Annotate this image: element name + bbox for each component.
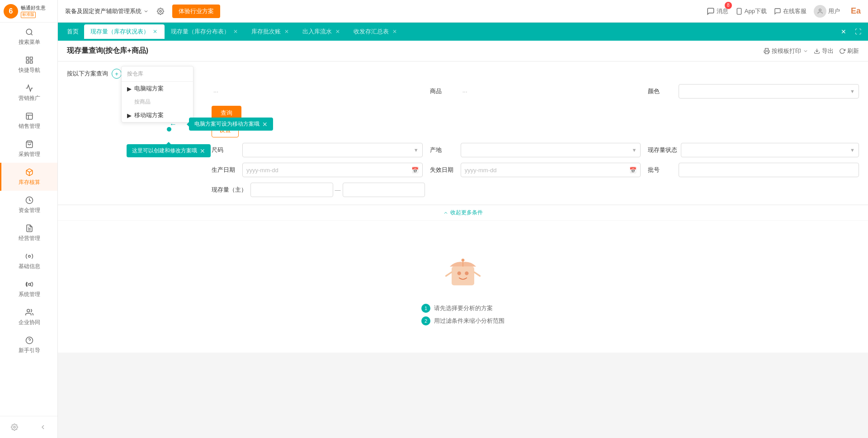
- tab-receipt-summary[interactable]: 收发存汇总表 ✕: [347, 24, 404, 39]
- user-label: 用户: [828, 7, 840, 15]
- tooltip-pc-text: 电脑方案可设为移动方案哦: [194, 120, 259, 128]
- stock-qty-max[interactable]: [343, 183, 425, 197]
- sidebar: 6 畅通好生意 标准版 搜索菜单 快捷导航: [0, 0, 58, 438]
- tab-close-inout[interactable]: ✕: [335, 28, 341, 35]
- tab-close-all-btn[interactable]: ✕: [837, 25, 850, 38]
- page-title: 现存量查询(按仓库+商品): [67, 46, 148, 56]
- marketing-icon: [24, 83, 34, 93]
- batch-input[interactable]: [679, 163, 859, 177]
- empty-step-1: 1 请先选择要分析的方案: [421, 304, 505, 313]
- tab-fullscreen-btn[interactable]: ⛶: [852, 25, 864, 38]
- tab-close-distribution[interactable]: ✕: [232, 28, 239, 35]
- color-select[interactable]: ▼: [679, 84, 859, 99]
- scheme-panel-header: 按仓库: [122, 66, 193, 82]
- app-badge: 标准版: [21, 12, 36, 18]
- sidebar-item-marketing[interactable]: 营销推广: [0, 79, 57, 107]
- collapse-bar[interactable]: 收起更多条件: [58, 205, 868, 220]
- sidebar-label-system: 系统管理: [19, 291, 40, 298]
- print-btn[interactable]: 按模板打印: [764, 47, 808, 55]
- empty-state: 1 请先选择要分析的方案 2 用过滤条件来缩小分析范围: [58, 221, 868, 353]
- settings-footer-btn[interactable]: [8, 421, 21, 433]
- svg-point-8: [28, 283, 31, 286]
- sidebar-label-inventory: 库存核算: [19, 179, 40, 186]
- tab-inventory-distribution[interactable]: 现存量（库存分布表） ✕: [165, 24, 245, 39]
- filter-row-1: ··· 商品 ··· 颜色 ▼ 查询: [212, 84, 859, 137]
- user-btn[interactable]: 用户: [814, 5, 840, 18]
- export-btn[interactable]: 导出: [814, 47, 834, 55]
- sidebar-item-inventory[interactable]: 库存核算: [0, 163, 57, 191]
- tab-batch-ledger[interactable]: 库存批次账 ✕: [245, 24, 296, 39]
- tab-inventory-status[interactable]: 现存量（库存状况表） ✕: [84, 24, 165, 39]
- collab-icon: [24, 307, 34, 317]
- tooltip-create: 这里可以创建和修改方案哦 ✕: [127, 144, 211, 157]
- sidebar-item-manage[interactable]: 经营管理: [0, 219, 57, 247]
- logo-text: 畅通好生意 标准版: [21, 5, 46, 18]
- filter-field-expire-date: 失效日期 yyyy-mm-dd 📅: [430, 163, 641, 177]
- svg-point-0: [26, 29, 32, 34]
- experience-btn[interactable]: 体验行业方案: [172, 5, 220, 18]
- tab-inout-flow[interactable]: 出入库流水 ✕: [296, 24, 347, 39]
- page-actions: 按模板打印 导出 刷新: [764, 47, 859, 55]
- sidebar-item-purchase[interactable]: 采购管理: [0, 135, 57, 163]
- svg-line-1: [31, 33, 32, 35]
- tooltip-pc-close[interactable]: ✕: [262, 121, 268, 128]
- online-service-btn[interactable]: 在线客服: [774, 7, 807, 15]
- online-service-label: 在线客服: [783, 7, 807, 15]
- filter-field-goods: 商品 ···: [430, 87, 641, 95]
- tooltip-create-close[interactable]: ✕: [200, 147, 205, 155]
- base-icon: [24, 251, 34, 261]
- sidebar-label-quicknav: 快捷导航: [19, 66, 40, 74]
- tab-bar: 首页 现存量（库存状况表） ✕ 现存量（库存分布表） ✕ 库存批次账 ✕ 出入库…: [58, 23, 868, 41]
- scheme-panel: 按仓库 ▶ 电脑端方案 按商品 ▶ 移动端方案: [121, 66, 193, 122]
- filter-field-color: 颜色 ▼: [648, 84, 859, 99]
- system-selector[interactable]: 装备及固定资产辅助管理系统: [65, 7, 149, 15]
- filter-label: 按以下方案查询: [67, 70, 108, 78]
- produce-date-input[interactable]: yyyy-mm-dd 📅: [242, 163, 423, 177]
- filter-row-3: 生产日期 yyyy-mm-dd 📅 失效日期 yyyy-mm-dd 📅: [212, 163, 859, 177]
- add-scheme-btn[interactable]: +: [112, 69, 122, 79]
- empty-steps: 1 请先选择要分析的方案 2 用过滤条件来缩小分析范围: [421, 304, 505, 325]
- stock-status-select[interactable]: ▼: [681, 143, 859, 157]
- refresh-btn[interactable]: 刷新: [839, 47, 859, 55]
- size-select[interactable]: ▼: [242, 143, 423, 157]
- filter-dots-1[interactable]: ···: [212, 88, 220, 95]
- search-icon: [24, 27, 34, 37]
- tab-close-batch[interactable]: ✕: [283, 28, 290, 35]
- tab-home[interactable]: 首页: [61, 28, 84, 36]
- logo-area: 6 畅通好生意 标准版: [0, 0, 57, 23]
- stock-qty-min[interactable]: [250, 183, 333, 197]
- header-settings-btn[interactable]: [153, 4, 168, 19]
- tab-close-inventory-status[interactable]: ✕: [152, 28, 158, 35]
- expire-date-icon: 📅: [629, 167, 637, 174]
- app-download-btn[interactable]: App下载: [736, 7, 767, 15]
- messages-btn[interactable]: 8 消息: [707, 7, 728, 15]
- header-left: 装备及固定资产辅助管理系统 体验行业方案: [65, 4, 220, 19]
- sidebar-item-search[interactable]: 搜索菜单: [0, 23, 57, 51]
- sidebar-item-collab[interactable]: 企业协同: [0, 303, 57, 331]
- svg-point-21: [465, 272, 468, 275]
- scheme-subitem-type[interactable]: 按商品: [122, 95, 193, 108]
- sidebar-item-guide[interactable]: 新手引导: [0, 331, 57, 359]
- scheme-item-mobile[interactable]: ▶ 移动端方案: [122, 108, 193, 122]
- system-icon: [24, 279, 34, 289]
- sidebar-item-quicknav[interactable]: 快捷导航: [0, 51, 57, 79]
- sidebar-item-system[interactable]: 系统管理: [0, 275, 57, 303]
- sidebar-item-sales[interactable]: 销售管理: [0, 107, 57, 135]
- filter-field-stock-status: 现存量状态 ▼: [648, 143, 859, 157]
- expire-date-input[interactable]: yyyy-mm-dd 📅: [461, 163, 641, 177]
- message-badge: 8: [725, 2, 732, 9]
- collapse-sidebar-btn[interactable]: [37, 421, 49, 433]
- filter-field-warehouse: ···: [212, 88, 423, 95]
- sidebar-item-base[interactable]: 基础信息: [0, 247, 57, 275]
- svg-rect-2: [26, 113, 33, 119]
- top-header: 装备及固定资产辅助管理系统 体验行业方案 8 消息: [58, 0, 868, 23]
- filter-dots-goods[interactable]: ···: [461, 88, 469, 95]
- origin-select[interactable]: ▼: [461, 143, 641, 157]
- guide-icon: [24, 335, 34, 345]
- dot-indicator: [167, 127, 171, 132]
- scheme-item-pc[interactable]: ▶ 电脑端方案: [122, 82, 193, 95]
- tab-close-receipt[interactable]: ✕: [392, 28, 398, 35]
- sidebar-label-manage: 经营管理: [19, 235, 40, 242]
- sidebar-item-finance[interactable]: 资金管理: [0, 191, 57, 219]
- main-area: 装备及固定资产辅助管理系统 体验行业方案 8 消息: [58, 0, 868, 438]
